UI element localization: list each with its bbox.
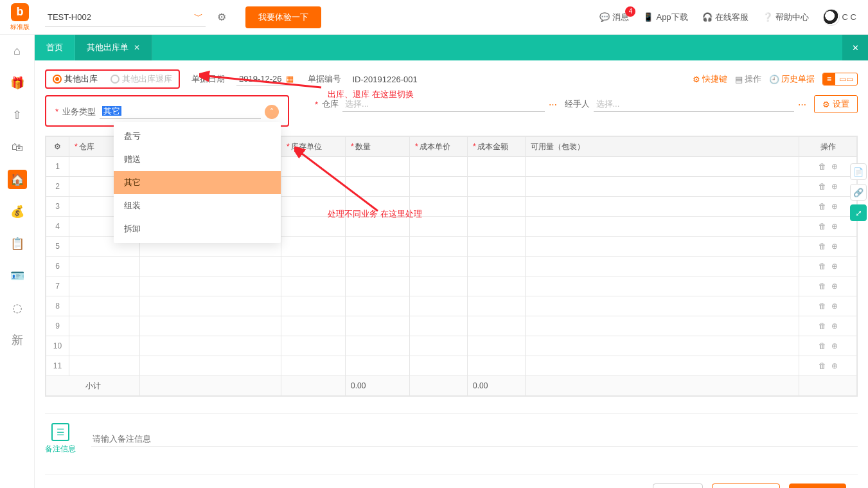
delete-icon[interactable]: 🗑 (819, 202, 826, 211)
more-icon[interactable]: ⋯ (549, 100, 558, 109)
rail-expand-icon[interactable]: ⤢ (850, 204, 867, 221)
radio-other-out-return[interactable]: 其他出库退库 (111, 73, 172, 85)
nav-id-icon[interactable]: 🪪 (8, 266, 27, 285)
biztype-field[interactable]: * 业务类型 其它 ˄ (55, 104, 279, 119)
delete-icon[interactable]: 🗑 (819, 361, 826, 370)
biztype-dropdown: 盘亏 赠送 其它 组装 拆卸 (114, 122, 281, 243)
add-row-icon[interactable]: ⊕ (831, 321, 838, 330)
delete-icon[interactable]: 🗑 (819, 262, 826, 271)
col-qty: *数量 (346, 137, 410, 157)
delete-icon[interactable]: 🗑 (819, 302, 826, 311)
nav-bag-icon[interactable]: 🛍 (8, 138, 27, 157)
delete-icon[interactable]: 🗑 (819, 321, 826, 330)
table-row[interactable]: 6🗑⊕ (46, 257, 857, 276)
add-row-icon[interactable]: ⊕ (831, 242, 838, 251)
messages-button[interactable]: 💬 消息 4 (599, 12, 629, 23)
grid-icon: ▤ (735, 75, 743, 84)
row-index: 1 (46, 157, 69, 177)
warehouse-field[interactable]: * 仓库 选择... ⋯ (315, 97, 558, 112)
dropdown-item[interactable]: 赠送 (114, 148, 281, 171)
discard-button[interactable]: 放弃 (653, 483, 703, 488)
row-ops: 🗑⊕ (799, 296, 857, 316)
add-row-icon[interactable]: ⊕ (831, 341, 838, 350)
help-center-button[interactable]: ❔ 帮助中心 (763, 12, 809, 23)
rail-note-icon[interactable]: 📄 (850, 163, 867, 180)
table-row[interactable]: 8🗑⊕ (46, 296, 857, 316)
delete-icon[interactable]: 🗑 (819, 222, 826, 231)
hotkey-link[interactable]: ⚙快捷键 (693, 73, 727, 85)
nav-loading-icon[interactable]: ◌ (8, 298, 27, 318)
other-filter-fields: * 仓库 选择... ⋯ 经手人 选择... ⋯ ⚙ 设置 (315, 95, 858, 113)
dropdown-item[interactable]: 组装 (114, 194, 281, 217)
save-button[interactable]: 保存 ▾ (789, 483, 846, 488)
col-op: 操作 (799, 137, 857, 157)
add-row-icon[interactable]: ⊕ (831, 361, 838, 370)
rail-link-icon[interactable]: 🔗 (850, 184, 867, 201)
row-index: 6 (46, 257, 69, 276)
biztype-value: 其它 (100, 104, 261, 119)
headset-icon: 🎧 (702, 12, 713, 22)
row-index: 2 (46, 177, 69, 197)
subtotal-row: 小计 0.00 0.00 (46, 376, 857, 396)
add-row-icon[interactable]: ⊕ (831, 282, 838, 291)
radio-other-out[interactable]: 其他出库 (53, 73, 98, 85)
table-row[interactable]: 7🗑⊕ (46, 276, 857, 296)
row-ops: 🗑⊕ (799, 237, 857, 257)
brand: b 标准版 (5, 3, 35, 32)
org-name: TEST-H002 (48, 12, 91, 22)
add-row-icon[interactable]: ⊕ (831, 202, 838, 211)
add-row-icon[interactable]: ⊕ (831, 302, 838, 311)
add-row-icon[interactable]: ⊕ (831, 182, 838, 191)
add-row-icon[interactable]: ⊕ (831, 162, 838, 171)
remark-badge: ☰ 备注信息 (45, 423, 76, 455)
tab-other-out[interactable]: 其他出库单 ✕ (75, 35, 152, 60)
nav-money-icon[interactable]: 💰 (8, 202, 27, 221)
delete-icon[interactable]: 🗑 (819, 242, 826, 251)
nav-clipboard-icon[interactable]: 📋 (8, 234, 27, 253)
table-row[interactable]: 9🗑⊕ (46, 316, 857, 336)
try-button[interactable]: 我要体验一下 (245, 6, 321, 28)
delete-icon[interactable]: 🗑 (819, 162, 826, 171)
view-list-icon[interactable]: ≡ (823, 73, 835, 85)
delete-icon[interactable]: 🗑 (819, 341, 826, 350)
nav-warehouse-icon[interactable]: 🏠 (8, 170, 27, 189)
user-menu[interactable]: C C (823, 9, 856, 26)
remark-input[interactable] (91, 431, 858, 447)
history-link[interactable]: 🕘历史单据 (769, 73, 815, 85)
col-settings-gear-icon[interactable]: ⚙ (46, 137, 69, 157)
note-icon: ☰ (51, 423, 69, 441)
org-settings-gear-icon[interactable]: ⚙ (217, 11, 226, 23)
dropdown-item[interactable]: 盘亏 (114, 125, 281, 148)
table-row[interactable]: 10🗑⊕ (46, 336, 857, 356)
save-draft-button[interactable]: 保存草稿 (712, 483, 780, 488)
nav-home-icon[interactable]: ⌂ (8, 41, 27, 60)
nav-new-icon[interactable]: 新 (8, 330, 27, 350)
delete-icon[interactable]: 🗑 (819, 182, 826, 191)
topbar-right: 💬 消息 4 📱 App下载 🎧 在线客服 ❔ 帮助中心 C C (599, 9, 856, 26)
dropdown-item-selected[interactable]: 其它 (114, 171, 281, 194)
required-star: * (55, 107, 58, 116)
row-index: 5 (46, 237, 69, 257)
app-download-button[interactable]: 📱 App下载 (643, 12, 687, 23)
dropdown-item[interactable]: 拆卸 (114, 217, 281, 240)
online-service-button[interactable]: 🎧 在线客服 (702, 12, 748, 23)
nav-gift-icon[interactable]: 🎁 (8, 73, 27, 93)
handler-field[interactable]: 经手人 选择... ⋯ (565, 97, 808, 112)
row-index: 7 (46, 276, 69, 296)
close-icon[interactable]: ✕ (134, 43, 140, 52)
table-row[interactable]: 11🗑⊕ (46, 356, 857, 376)
row-ops: 🗑⊕ (799, 257, 857, 276)
tab-home[interactable]: 首页 (35, 35, 75, 60)
nav-house-up-icon[interactable]: ⇧ (8, 105, 27, 125)
page-content: 其他出库 其他出库退库 单据日期 2019-12-26 ▦ 单据编号 ID-20… (35, 60, 868, 488)
org-selector[interactable]: TEST-H002 ﹀ (45, 7, 206, 27)
bill-date-field[interactable]: 2019-12-26 ▦ (236, 73, 296, 86)
delete-icon[interactable]: 🗑 (819, 282, 826, 291)
help-icon: ❔ (763, 12, 773, 22)
add-row-icon[interactable]: ⊕ (831, 222, 838, 231)
operate-link[interactable]: ▤操作 (735, 73, 761, 85)
chevron-up-icon[interactable]: ˄ (265, 105, 279, 119)
more-icon[interactable]: ⋯ (798, 100, 808, 109)
add-row-icon[interactable]: ⊕ (831, 262, 838, 271)
main-area: 首页 其他出库单 ✕ ✕ 其他出库 (35, 35, 868, 488)
